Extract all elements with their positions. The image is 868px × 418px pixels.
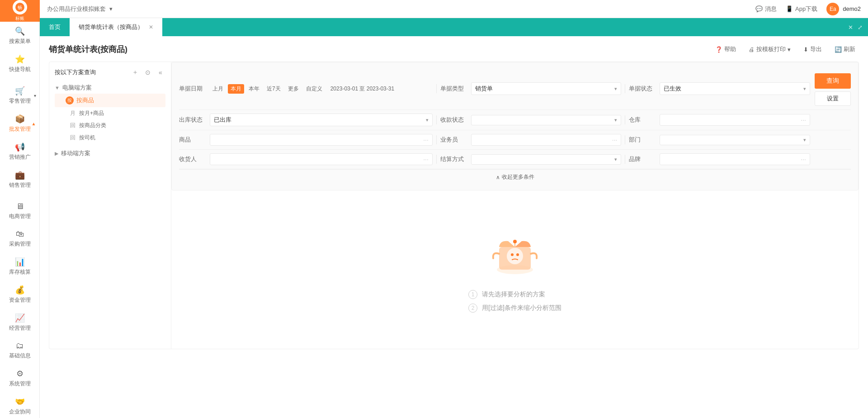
query-area: 单据日期 上月 本月 本年 近7天 更多 自定义 2023-03-01 至 20… [171,62,859,349]
sidebar-item-sales[interactable]: 💼 销售管理 [0,166,40,194]
maximize-window-icon[interactable]: ⤢ [858,24,863,31]
sidebar-sales-label: 销售管理 [9,181,31,189]
collapse-bar[interactable]: ∧ 收起更多条件 [179,169,851,185]
filter-item-collect-status: 收款状态 ▾ [440,115,622,125]
sidebar-basic-label: 基础信息 [9,352,31,360]
sidebar-system-label: 系统管理 [9,380,31,388]
sidebar-item-search[interactable]: 🔍 搜索菜单 [0,22,40,50]
doc-status-select[interactable]: 已生效 ▾ [660,82,810,95]
sidebar-item-quick-nav[interactable]: ⭐ 快捷导航 [0,50,40,78]
date-btn-year[interactable]: 本年 [246,84,262,94]
enterprise-icon: 🤝 [15,397,25,407]
sidebar-item-purchase[interactable]: 🛍 采购管理 [0,225,40,252]
sidebar-logo-text: 标账 [15,15,24,22]
help-button[interactable]: ❓ 帮助 [712,43,740,55]
dept-select[interactable]: ▾ [660,135,810,145]
warehouse-input[interactable]: ··· [660,114,810,126]
product-dots[interactable]: ··· [423,136,429,143]
app-download-action[interactable]: 📱 App下载 [786,5,817,13]
settlement-select[interactable]: ▾ [471,154,622,165]
date-range: 2023-03-01 至 2023-03-31 [330,85,394,93]
filter-item-product: 商品 ··· [179,134,433,146]
date-btn-7days[interactable]: 近7天 [264,84,283,94]
date-btn-prev-month[interactable]: 上月 [210,84,226,94]
tab-sales-stat[interactable]: 销货单统计表（按商品） ✕ [70,18,162,36]
workspace-dropdown-icon[interactable]: ▾ [109,5,113,12]
scheme-item-by-product-label: 按商品 [76,96,94,104]
date-btn-more[interactable]: 更多 [285,84,302,94]
scheme-panel-actions: ＋ ⊙ « [130,67,165,77]
date-btn-cur-month[interactable]: 本月 [228,84,244,94]
tab-home[interactable]: 首页 [40,18,70,36]
export-button[interactable]: ⬇ 导出 [800,43,826,55]
out-status-select[interactable]: 已出库 ▾ [210,114,433,126]
recipient-input[interactable]: ··· [210,153,433,165]
recipient-dots[interactable]: ··· [423,156,429,163]
brand-input[interactable]: ··· [660,153,810,165]
date-btn-custom[interactable]: 自定义 [303,84,325,94]
page-title-bar: 销货单统计表(按商品) ❓ 帮助 🖨 按模板打印 ▾ ⬇ 导出 🔄 刷新 [49,43,859,55]
tab-close-icon[interactable]: ✕ [149,24,153,30]
print-button[interactable]: 🖨 按模板打印 ▾ [745,43,794,55]
sidebar-item-retail[interactable]: 🛒 零售管理 ▾ [0,81,40,109]
scheme-category-mobile: ▶ 移动端方案 [55,147,165,159]
sidebar-item-marketing[interactable]: 📢 营销推广 [0,138,40,166]
collapse-label: 收起更多条件 [502,173,534,181]
divider-5 [436,135,437,144]
scheme-add-icon[interactable]: ＋ [130,67,140,77]
print-dropdown-icon[interactable]: ▾ [788,46,791,53]
settings-button[interactable]: 设置 [815,91,851,106]
retail-icon: 🛒 [15,86,25,96]
close-window-icon[interactable]: ✕ [848,24,853,31]
svg-text:畅: 畅 [18,5,22,10]
content-wrapper: 按以下方案查询 ＋ ⊙ « ▼ 电脑端方案 按 按商品 [49,62,859,349]
wholesale-expand-icon: ▲ [32,121,36,126]
salesperson-dots[interactable]: ··· [612,136,618,143]
user-profile[interactable]: Ea demo2 [826,3,861,15]
sidebar-marketing-label: 营销推广 [9,153,31,161]
operations-icon: 📈 [15,313,25,323]
collapse-icon: ∧ [496,174,500,180]
scheme-category-desktop-header[interactable]: ▼ 电脑端方案 [55,82,165,94]
sidebar-item-basic[interactable]: 🗂 基础信息 [0,337,40,364]
brand-dots[interactable]: ··· [801,156,806,163]
scheme-item-by-month-product[interactable]: 月 按月+商品 [55,107,165,119]
filter-item-warehouse: 仓库 ··· [629,114,810,126]
query-button[interactable]: 查询 [815,73,851,89]
sidebar-item-finance[interactable]: 💰 资金管理 [0,280,40,309]
salesperson-input[interactable]: ··· [471,134,622,146]
filter-item-recipient: 收货人 ··· [179,153,433,165]
scheme-settings-icon[interactable]: ⊙ [143,67,153,77]
collect-status-select[interactable]: ▾ [471,115,622,125]
sidebar-item-wholesale[interactable]: 📦 批发管理 ▲ [0,109,40,138]
scheme-item-by-product[interactable]: 按 按商品 [55,94,165,107]
empty-state: 1 请先选择要分析的方案 2 用[过滤]条件来缩小分析范围 [171,190,859,349]
sidebar-item-system[interactable]: ⚙ 系统管理 [0,364,40,392]
sidebar: 畅 标账 🔍 搜索菜单 ⭐ 快捷导航 🛒 零售管理 ▾ 📦 批发管理 ▲ 📢 营… [0,0,40,418]
doc-type-select[interactable]: 销货单 ▾ [471,82,622,95]
scheme-collapse-icon[interactable]: « [156,67,165,77]
sidebar-item-inventory[interactable]: 📊 库存核算 [0,252,40,280]
warehouse-dots[interactable]: ··· [801,116,806,124]
step-2-text: 用[过滤]条件来缩小分析范围 [482,304,561,312]
filter-item-dept: 部门 ▾ [629,135,810,145]
scheme-panel-title: 按以下方案查询 ＋ ⊙ « [55,67,165,77]
sidebar-item-enterprise[interactable]: 🤝 企业协同 [0,392,40,418]
sidebar-item-operations[interactable]: 📈 经营管理 [0,309,40,337]
sidebar-quick-nav-label: 快捷导航 [9,66,31,73]
sidebar-item-ecommerce[interactable]: 🖥 电商管理 [0,197,40,225]
scheme-item-by-driver[interactable]: 回 按司机 [55,132,165,144]
scheme-category-mobile-header[interactable]: ▶ 移动端方案 [55,147,165,159]
scheme-item-by-category[interactable]: 回 按商品分类 [55,119,165,132]
scheme-item-by-driver-label: 按司机 [79,134,95,142]
message-action[interactable]: 💬 消息 [755,5,777,13]
page-title: 销货单统计表(按商品) [49,44,127,55]
refresh-button[interactable]: 🔄 刷新 [831,43,859,55]
filter-item-salesperson: 业务员 ··· [440,134,622,146]
product-input[interactable]: ··· [210,134,433,146]
sidebar-retail-label: 零售管理 [9,97,31,105]
product-label: 商品 [179,136,206,144]
export-label: 导出 [810,45,822,53]
logo[interactable]: 畅 标账 [0,0,40,22]
out-status-value: 已出库 [214,116,231,124]
